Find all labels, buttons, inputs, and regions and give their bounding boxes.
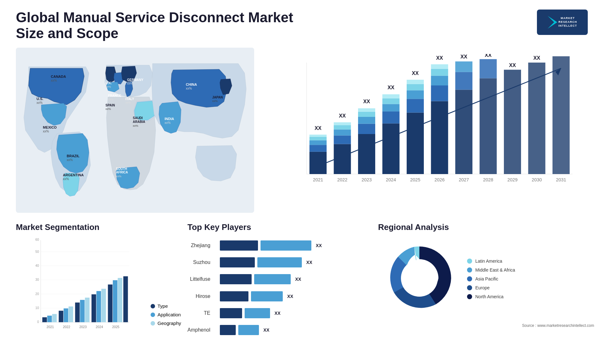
- svg-rect-41: [309, 140, 327, 145]
- svg-rect-122: [80, 300, 85, 322]
- svg-text:2024: 2024: [386, 177, 396, 182]
- player-value-1: XX: [306, 260, 312, 265]
- svg-rect-79: [480, 78, 497, 174]
- svg-rect-63: [407, 113, 424, 174]
- player-bar-row-3: XX: [220, 291, 372, 301]
- logo-area: MARKET RESEARCH INTELLECT: [537, 10, 588, 35]
- svg-rect-123: [85, 298, 89, 322]
- svg-text:XX: XX: [533, 55, 540, 61]
- svg-text:60: 60: [35, 238, 39, 241]
- svg-rect-70: [431, 85, 448, 101]
- legend-application: Application: [151, 312, 181, 317]
- page: Global Manual Service Disconnect Market …: [0, 0, 610, 364]
- svg-rect-45: [334, 144, 351, 174]
- svg-text:XX: XX: [363, 98, 370, 104]
- svg-rect-54: [358, 112, 375, 117]
- legend-latin-label: Latin America: [475, 259, 502, 264]
- player-bar-dark-4: [220, 308, 242, 318]
- key-players-title: Top Key Players: [187, 222, 372, 232]
- player-bar-light-5: [238, 325, 259, 335]
- svg-text:2029: 2029: [507, 177, 518, 182]
- svg-rect-66: [407, 84, 424, 91]
- svg-text:xx%: xx%: [116, 175, 121, 178]
- svg-text:20: 20: [35, 292, 39, 296]
- player-suzhou: Suzhou: [187, 260, 210, 265]
- player-bar-dark-3: [220, 291, 248, 301]
- legend-latin-dot: [467, 259, 472, 264]
- player-te: TE: [187, 310, 210, 316]
- bottom-section: Market Segmentation 0: [16, 222, 594, 356]
- svg-text:xx%: xx%: [127, 82, 132, 85]
- svg-rect-55: [358, 108, 375, 112]
- logo-line3: INTELLECT: [559, 24, 577, 28]
- player-bar-light-4: [245, 308, 270, 318]
- svg-text:2021: 2021: [46, 325, 54, 329]
- player-value-5: XX: [263, 327, 269, 333]
- legend-type-dot: [151, 304, 155, 308]
- svg-rect-117: [59, 311, 63, 322]
- player-value-2: XX: [295, 277, 301, 282]
- svg-text:2025: 2025: [410, 177, 420, 182]
- legend-mideast-dot: [467, 267, 472, 273]
- player-bar-light-0: [261, 240, 311, 251]
- svg-text:2022: 2022: [63, 325, 70, 329]
- regional-legend: Latin America Middle East & Africa Asia …: [467, 259, 515, 299]
- svg-text:XX: XX: [436, 55, 443, 61]
- svg-rect-57: [383, 124, 400, 174]
- legend-type-label: Type: [158, 303, 168, 309]
- player-bar-dark-1: [220, 257, 255, 267]
- svg-text:40: 40: [35, 264, 39, 267]
- svg-text:2025: 2025: [112, 325, 119, 329]
- player-bar-row-2: XX: [220, 274, 372, 284]
- svg-text:XX: XX: [460, 54, 467, 59]
- svg-rect-47: [334, 130, 351, 136]
- segmentation-title: Market Segmentation: [16, 222, 181, 232]
- svg-text:xx%: xx%: [51, 79, 57, 82]
- svg-text:2030: 2030: [532, 177, 542, 182]
- player-bar-row-4: XX: [220, 308, 372, 318]
- player-bar-row-5: XX: [220, 325, 372, 335]
- svg-text:xx%: xx%: [133, 124, 138, 127]
- svg-rect-67: [407, 80, 424, 84]
- svg-text:xx%: xx%: [212, 99, 218, 103]
- legend-middle-east: Middle East & Africa: [467, 267, 515, 273]
- legend-application-dot: [151, 313, 155, 317]
- svg-rect-73: [431, 64, 448, 69]
- svg-rect-113: [42, 317, 47, 322]
- player-bar-dark-2: [220, 274, 252, 284]
- svg-text:XX: XX: [412, 70, 419, 76]
- svg-text:xx%: xx%: [165, 121, 171, 125]
- svg-rect-82: [504, 70, 521, 174]
- page-title: Global Manual Service Disconnect Market …: [16, 10, 302, 41]
- svg-rect-130: [113, 280, 117, 322]
- svg-rect-48: [334, 125, 351, 130]
- player-bar-row-1: XX: [220, 257, 372, 267]
- svg-rect-64: [407, 99, 424, 112]
- legend-europe-dot: [467, 285, 472, 290]
- player-amphenol: Amphenol: [187, 327, 210, 333]
- svg-rect-84: [528, 63, 546, 174]
- svg-text:xx%: xx%: [186, 87, 192, 90]
- svg-rect-52: [358, 124, 375, 134]
- svg-text:2028: 2028: [483, 177, 493, 182]
- legend-application-label: Application: [158, 312, 181, 317]
- player-value-0: XX: [316, 243, 322, 248]
- svg-rect-133: [123, 276, 128, 322]
- svg-text:U.K.: U.K.: [105, 81, 112, 85]
- svg-rect-115: [52, 314, 57, 322]
- segmentation-chart-area: 0 10 20 30 40 50 60 2021: [16, 237, 181, 339]
- legend-geography: Geography: [151, 320, 181, 326]
- svg-text:2022: 2022: [337, 177, 347, 182]
- svg-text:2031: 2031: [556, 177, 566, 182]
- regional-title: Regional Analysis: [378, 222, 594, 232]
- svg-text:2026: 2026: [434, 177, 444, 182]
- svg-rect-53: [358, 117, 375, 124]
- legend-na-dot: [467, 294, 472, 299]
- svg-text:xx%: xx%: [37, 101, 43, 104]
- svg-text:XX: XX: [485, 54, 492, 58]
- svg-text:50: 50: [35, 250, 39, 253]
- svg-rect-60: [383, 98, 400, 104]
- world-map: CANADA xx% U.S. xx% MEXICO xx% BRAZIL xx…: [16, 48, 254, 213]
- svg-rect-129: [108, 285, 112, 322]
- svg-rect-125: [92, 294, 96, 322]
